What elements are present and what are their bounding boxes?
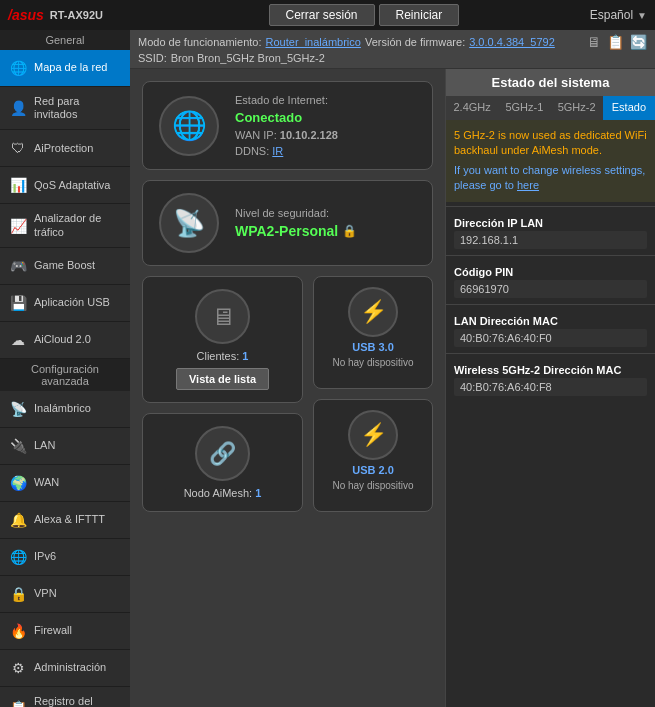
sidebar-item-firewall[interactable]: 🔥 Firewall: [0, 613, 130, 650]
sidebar-label-analizador: Analizador de tráfico: [34, 212, 122, 238]
sidebar-label-inalambrico: Inalámbrico: [34, 402, 91, 415]
tab-estado[interactable]: Estado: [603, 96, 655, 120]
info-bar: Modo de funcionamiento: Router_inalámbri…: [130, 30, 655, 69]
sidebar-section-advanced: Configuración avanzada: [0, 359, 130, 391]
sidebar-item-vpn[interactable]: 🔒 VPN: [0, 576, 130, 613]
info-bar-row2: SSID: Bron Bron_5GHz Bron_5GHz-2: [138, 52, 647, 64]
mode-label: Modo de funcionamiento:: [138, 36, 262, 48]
status-tabs: 2.4GHz 5GHz-1 5GHz-2 Estado: [446, 96, 655, 120]
sidebar-section-general: General: [0, 30, 130, 50]
sidebar-label-ipv6: IPv6: [34, 550, 56, 563]
mac-lan-section: LAN Dirección MAC 40:B0:76:A6:40:F0: [446, 309, 655, 349]
refresh-icon[interactable]: 🔄: [630, 34, 647, 50]
usb1-icon: ⚡: [348, 287, 398, 337]
traffic-analyzer-icon: 📈: [8, 216, 28, 236]
clients-node: 🖥 Clientes: 1 Vista de lista: [142, 276, 303, 403]
usb2-node: ⚡ USB 2.0 No hay dispositivo: [313, 399, 433, 512]
mac-lan-value: 40:B0:76:A6:40:F0: [454, 329, 647, 347]
status-panel: Estado del sistema 2.4GHz 5GHz-1 5GHz-2 …: [445, 69, 655, 707]
usb1-node: ⚡ USB 3.0 No hay dispositivo: [313, 276, 433, 389]
sidebar-item-game-boost[interactable]: 🎮 Game Boost: [0, 248, 130, 285]
top-buttons: Cerrar sesión Reiniciar: [138, 4, 590, 26]
content-body: 🌐 Estado de Internet: Conectado WAN IP: …: [130, 69, 655, 707]
qos-icon: 📊: [8, 175, 28, 195]
security-label: Nivel de seguridad:: [235, 207, 357, 219]
sidebar-label-aicloud: AiCloud 2.0: [34, 333, 91, 346]
sidebar-item-mapa-red[interactable]: 🌐 Mapa de la red: [0, 50, 130, 87]
lock-icon: 🔒: [342, 224, 357, 238]
router-node: 🌐 Estado de Internet: Conectado WAN IP: …: [142, 81, 433, 170]
ipv6-icon: 🌐: [8, 547, 28, 567]
pin-label: Código PIN: [454, 266, 647, 278]
sidebar-item-red-invitados[interactable]: 👤 Red para invitados: [0, 87, 130, 130]
lan-icon: 🔌: [8, 436, 28, 456]
sidebar-item-lan[interactable]: 🔌 LAN: [0, 428, 130, 465]
wireless-icon: 📡: [8, 399, 28, 419]
sidebar-label-lan: LAN: [34, 439, 55, 452]
mode-value[interactable]: Router_inalámbrico: [266, 36, 361, 48]
router-device-icon: 📡: [159, 193, 219, 253]
pin-section: Código PIN 66961970: [446, 260, 655, 300]
sidebar-item-registro[interactable]: 📋 Registro del sistema: [0, 687, 130, 707]
log-icon: 📋: [8, 698, 28, 707]
aiprotection-icon: 🛡: [8, 138, 28, 158]
alert-here-link[interactable]: here: [517, 179, 539, 191]
usb1-status: No hay dispositivo: [332, 357, 413, 368]
sidebar-label-registro: Registro del sistema: [34, 695, 122, 707]
sidebar-item-aiprotection[interactable]: 🛡 AiProtection: [0, 130, 130, 167]
language-label: Español: [590, 8, 633, 22]
divider-4: [446, 353, 655, 354]
sidebar-item-wan[interactable]: 🌍 WAN: [0, 465, 130, 502]
sidebar-label-red-invitados: Red para invitados: [34, 95, 122, 121]
info-icons: 🖥 📋 🔄: [587, 34, 647, 50]
alexa-icon: 🔔: [8, 510, 28, 530]
mac-wifi-label: Wireless 5GHz-2 Dirección MAC: [454, 364, 647, 376]
sidebar-item-inalambrico[interactable]: 📡 Inalámbrico: [0, 391, 130, 428]
clients-icon: 🖥: [195, 289, 250, 344]
sidebar-item-aicloud[interactable]: ☁ AiCloud 2.0: [0, 322, 130, 359]
model-name: RT-AX92U: [50, 9, 103, 21]
restart-button[interactable]: Reiniciar: [379, 4, 460, 26]
sidebar-item-usb-app[interactable]: 💾 Aplicación USB: [0, 285, 130, 322]
ip-lan-section: Dirección IP LAN 192.168.1.1: [446, 211, 655, 251]
sidebar-label-mapa-red: Mapa de la red: [34, 61, 107, 74]
wan-icon: 🌍: [8, 473, 28, 493]
view-list-button[interactable]: Vista de lista: [176, 368, 269, 390]
usb2-status: No hay dispositivo: [332, 480, 413, 491]
tab-2.4ghz[interactable]: 2.4GHz: [446, 96, 498, 120]
ssid-values: Bron Bron_5GHz Bron_5GHz-2: [171, 52, 325, 64]
firmware-value[interactable]: 3.0.0.4.384_5792: [469, 36, 555, 48]
status-alert: 5 GHz-2 is now used as dedicated WiFi ba…: [446, 120, 655, 202]
divider-2: [446, 255, 655, 256]
logout-button[interactable]: Cerrar sesión: [269, 4, 375, 26]
usb-app-icon: 💾: [8, 293, 28, 313]
clients-label: Clientes: 1: [197, 350, 249, 362]
sidebar-item-qos[interactable]: 📊 QoS Adaptativa: [0, 167, 130, 204]
internet-status-value: Conectado: [235, 110, 338, 125]
sidebar: General 🌐 Mapa de la red 👤 Red para invi…: [0, 30, 130, 707]
sidebar-item-ipv6[interactable]: 🌐 IPv6: [0, 539, 130, 576]
wan-ip-text: WAN IP: 10.10.2.128: [235, 129, 338, 141]
sidebar-item-alexa[interactable]: 🔔 Alexa & IFTTT: [0, 502, 130, 539]
clients-count: 1: [242, 350, 248, 362]
sidebar-item-administracion[interactable]: ⚙ Administración: [0, 650, 130, 687]
tab-5ghz-2[interactable]: 5GHz-2: [551, 96, 603, 120]
firewall-icon: 🔥: [8, 621, 28, 641]
aimesh-label: Nodo AiMesh: 1: [184, 487, 262, 499]
usb-status-icon: 🖥: [587, 34, 601, 50]
ip-lan-label: Dirección IP LAN: [454, 217, 647, 229]
tab-5ghz-1[interactable]: 5GHz-1: [498, 96, 550, 120]
status-panel-title: Estado del sistema: [446, 69, 655, 96]
sidebar-label-game-boost: Game Boost: [34, 259, 95, 272]
firmware-label: Versión de firmware:: [365, 36, 465, 48]
vpn-icon: 🔒: [8, 584, 28, 604]
ddns-link[interactable]: IR: [272, 145, 283, 157]
sidebar-label-qos: QoS Adaptativa: [34, 179, 110, 192]
aimesh-node: 🔗 Nodo AiMesh: 1: [142, 413, 303, 512]
mac-lan-label: LAN Dirección MAC: [454, 315, 647, 327]
language-selector[interactable]: Español ▼: [590, 8, 647, 22]
usb2-label: USB 2.0: [352, 464, 394, 476]
bottom-row: 🖥 Clientes: 1 Vista de lista 🔗 Nodo A: [142, 276, 433, 512]
sidebar-label-firewall: Firewall: [34, 624, 72, 637]
sidebar-item-analizador[interactable]: 📈 Analizador de tráfico: [0, 204, 130, 247]
